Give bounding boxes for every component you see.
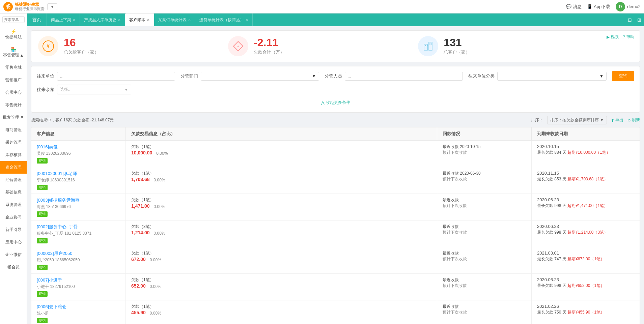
category-input[interactable]: ▼: [497, 72, 607, 81]
sidebar-item-app-center[interactable]: 应用中心: [0, 236, 27, 248]
tab-minimize-btn[interactable]: ⊟: [625, 17, 635, 23]
debt-amount[interactable]: 1,471.00: [131, 203, 150, 209]
debt-count: 欠款（1笔）: [131, 171, 431, 176]
tab-close-history[interactable]: ✕: [118, 18, 121, 22]
sidebar-item-retail-stats[interactable]: 零售统计: [0, 99, 27, 111]
debt-amount[interactable]: 1,703.68: [131, 177, 150, 182]
svg-rect-6: [425, 45, 426, 46]
customer-badge: 现销: [37, 158, 48, 164]
overdue-info: 最长欠款 998 天 超期¥652.00（1笔）: [537, 283, 634, 289]
help-btn[interactable]: ? 帮助: [623, 34, 634, 40]
stat-info-debt-customers: 16 总欠款客户（家）: [64, 37, 99, 55]
person-input[interactable]: ...: [345, 72, 463, 81]
customer-name-link[interactable]: [0016]吴俊: [37, 144, 120, 150]
customer-phone: 海燕 18513066976: [37, 204, 120, 210]
svg-rect-4: [424, 44, 427, 50]
overdue-amount-link[interactable]: 超期¥1,471.00（1笔）: [567, 203, 608, 208]
refresh-btn[interactable]: ↺ 刷新: [627, 117, 640, 123]
sidebar-item-batch-mgmt[interactable]: 批发管理 ▼: [0, 111, 27, 124]
sidebar-item-operations[interactable]: 经营管理: [0, 174, 27, 186]
due-date: 2020.06.23: [537, 197, 634, 202]
debt-amount[interactable]: 10,000.00: [131, 150, 152, 155]
tab-home[interactable]: 首页: [27, 13, 47, 26]
balance-select[interactable]: 选择... ▼: [57, 85, 131, 94]
sidebar-item-ecommerce[interactable]: 电商管理: [0, 124, 27, 136]
tab-close-purchase[interactable]: ✕: [188, 18, 191, 22]
debt-amount[interactable]: 672.00: [131, 257, 146, 262]
phone-icon: 📱: [587, 4, 592, 9]
next-collect: 预计下次收款: [443, 310, 526, 315]
main-layout: ⚡ 快捷导航 🏪 零售管理 ▲ 零售商城 营销推广 会员中心 零售统计 批发管理…: [0, 13, 644, 324]
stats-actions: ▶ 视频 ? 帮助: [601, 31, 640, 62]
top-bar-right: 💬 消息 📱 App下载 D demo2: [566, 2, 641, 11]
user-avatar-area[interactable]: D demo2: [616, 2, 641, 11]
customer-name-link[interactable]: [0007]小进干: [37, 277, 120, 283]
customer-name-link[interactable]: [0001020001]李老师: [37, 171, 120, 177]
table-header: 客户信息 欠款交易信息（占比） 回款情况 到期未收款日期: [31, 127, 640, 141]
sidebar-item-guide[interactable]: 新手引导: [0, 224, 27, 236]
collapse-btn[interactable]: ⋀ 收起更多条件: [321, 100, 350, 106]
stat-card-debt-customers: ¥ 16 总欠款客户（家）: [31, 31, 221, 62]
tab-purchase-orders[interactable]: 采购订单统计表 ✕: [154, 13, 195, 26]
customer-name-link[interactable]: [0003]畅捷服务尹海燕: [37, 197, 120, 203]
td-customer: [000002]用户2050 用户2050 18665062050 现销: [31, 247, 126, 273]
customer-name-link[interactable]: [0002]服务中心_丁磊: [37, 224, 120, 230]
overdue-days: 最长欠款 998 天: [537, 203, 566, 208]
sidebar-item-search[interactable]: [0, 13, 27, 26]
td-customer: [0002]服务中心_丁磊 服务中心_丁磊 181 0125 8371 现销: [31, 220, 126, 247]
dept-input[interactable]: ▼: [201, 72, 319, 81]
export-btn[interactable]: ⬆ 导出: [611, 117, 623, 123]
td-due-date: 2021.03.01 最长欠款 747 天 超期¥672.00（1笔）: [532, 247, 640, 273]
overdue-amount-link[interactable]: 超期¥1,214.00（3笔）: [567, 230, 608, 235]
td-due-date: 2020.11.15 最长欠款 853 天 超期¥1,703.68（1笔）: [532, 167, 640, 194]
customer-phone: 服务中心_丁磊 181 0125 8371: [37, 231, 120, 236]
sidebar-item-purchase[interactable]: 采购管理: [0, 136, 27, 149]
tab-product-history[interactable]: 产成品入库单历史 ✕: [80, 13, 125, 26]
sidebar-item-quick-nav[interactable]: ⚡ 快捷导航: [0, 26, 27, 43]
sidebar-item-finance[interactable]: 资金管理: [0, 161, 27, 174]
debt-amount[interactable]: 455.90: [131, 310, 146, 315]
tab-close-import[interactable]: ✕: [245, 18, 248, 22]
search-input[interactable]: [2, 16, 25, 23]
supplier-input[interactable]: ...: [57, 72, 175, 81]
last-collect: 最近收款: [443, 197, 526, 203]
filter-row-1: 往来单位 ... 分管部门 ▼ 分管人员: [37, 71, 634, 81]
system-dropdown[interactable]: ▼: [47, 3, 57, 10]
overdue-amount-link[interactable]: 超期¥672.00（1笔）: [567, 257, 605, 261]
customer-name-link[interactable]: [000002]用户2050: [37, 251, 120, 257]
username: demo2: [627, 4, 641, 9]
tab-products-off[interactable]: 商品上下架 ✕: [47, 13, 80, 26]
sort-select[interactable]: 排序：按欠款金额倒序排序 ▼: [547, 116, 607, 124]
sidebar-item-marketing[interactable]: 营销推广: [0, 74, 27, 86]
video-btn[interactable]: ▶ 视频: [607, 34, 619, 40]
sidebar-item-member[interactable]: 会员中心: [0, 86, 27, 99]
overdue-amount-link[interactable]: 超期¥455.90（1笔）: [567, 310, 605, 315]
tab-import-stats[interactable]: 进货单统计表（按商品） ✕: [195, 13, 253, 26]
sidebar-item-wechat[interactable]: 企业微信: [0, 248, 27, 261]
sidebar-item-enterprise[interactable]: 企业协同: [0, 211, 27, 224]
overdue-amount-link[interactable]: 超期¥1,703.68（1笔）: [567, 177, 608, 181]
sidebar-item-inventory[interactable]: 库存核算: [0, 149, 27, 161]
tab-close-customer[interactable]: ✕: [147, 18, 150, 22]
tab-customer-account[interactable]: 客户账本 ✕: [125, 13, 154, 26]
debt-amount[interactable]: 652.00: [131, 283, 146, 289]
app-download-btn[interactable]: 📱 App下载: [587, 4, 610, 10]
debt-amount[interactable]: 1,214.00: [131, 230, 150, 235]
tab-close-products[interactable]: ✕: [73, 18, 76, 22]
query-button[interactable]: 查询: [612, 71, 634, 81]
data-table: 客户信息 欠款交易信息（占比） 回款情况 到期未收款日期 [0016]吴俊 吴俊…: [31, 127, 640, 324]
top-bar-left: 畅 畅捷通好生意 母婴行业演示账套 ▼: [3, 2, 57, 11]
td-repayment: 最近收款 2020-10-15 预计下次收款: [437, 141, 532, 167]
sidebar-item-retail-mall[interactable]: 零售商城: [0, 61, 27, 74]
filter-category: 往来单位分类 ▼: [468, 72, 607, 81]
customer-name-link[interactable]: [0006]去下粮仓: [37, 304, 120, 310]
overdue-amount-link[interactable]: 超期¥10,000.00（1笔）: [567, 150, 610, 155]
sidebar-item-basic-info[interactable]: 基础信息: [0, 186, 27, 199]
tab-maximize-btn[interactable]: ⊞: [635, 17, 644, 23]
sidebar-item-system[interactable]: 系统管理: [0, 199, 27, 211]
message-btn[interactable]: 💬 消息: [566, 4, 582, 10]
sidebar-item-retail-mgmt[interactable]: 🏪 零售管理 ▲: [0, 43, 27, 61]
sidebar-item-vip[interactable]: 畅会员: [0, 261, 27, 273]
td-debt-info: 欠款（1笔） 672.00 0.00%: [126, 247, 437, 273]
overdue-amount-link[interactable]: 超期¥652.00（1笔）: [567, 283, 605, 288]
